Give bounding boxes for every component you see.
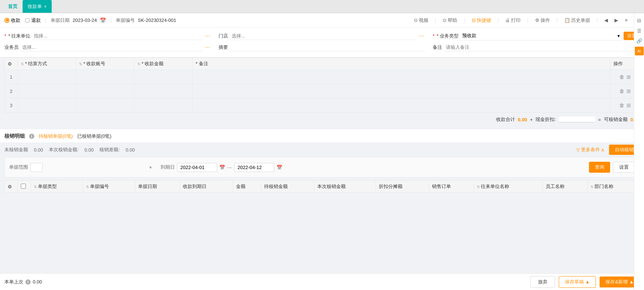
- done-tab[interactable]: 已核销单据(0笔): [77, 133, 111, 140]
- date-to-input[interactable]: [234, 163, 274, 172]
- summary-input[interactable]: [229, 43, 425, 51]
- query-btn[interactable]: 查询: [589, 162, 610, 173]
- main-table: ⚙ ⇅ * 结算方式 ⇅ * 收款账号 ⇅ * 收款金额 * 备注: [4, 58, 640, 113]
- payment-method-input-2[interactable]: [18, 84, 76, 98]
- payment-method-input-1[interactable]: [18, 70, 76, 84]
- verify-info-icon[interactable]: ℹ: [29, 134, 34, 139]
- remark-input-3[interactable]: [193, 98, 610, 112]
- tab-receipt[interactable]: 收款单 ×: [23, 0, 52, 13]
- amount-cell-3[interactable]: [134, 98, 193, 113]
- sidebar-table-icon[interactable]: ⊟: [635, 16, 644, 25]
- date-from-input[interactable]: [177, 163, 217, 172]
- equals-sign: =: [598, 117, 601, 122]
- amount-cell-1[interactable]: [134, 70, 193, 84]
- payment-method-input-3[interactable]: [18, 98, 76, 112]
- search-settings-btn[interactable]: 设置: [613, 162, 635, 173]
- pending-tab[interactable]: 待核销单据(0笔): [39, 133, 73, 140]
- account-input-1[interactable]: [76, 70, 134, 84]
- video-btn[interactable]: ⊙ 视频: [412, 16, 430, 24]
- receipt-radio[interactable]: 收款: [4, 17, 20, 24]
- range-select-wrapper: [30, 163, 155, 172]
- payment-method-cell-1[interactable]: [18, 70, 76, 84]
- account-input-3[interactable]: [76, 98, 134, 112]
- remark-input-1[interactable]: [193, 70, 610, 84]
- amount-input-3[interactable]: [134, 98, 192, 112]
- account-cell-3[interactable]: [76, 98, 134, 113]
- operation-btn[interactable]: ⚙ 操作: [534, 16, 551, 24]
- bottom-col-doc-date: 单据日期: [135, 181, 180, 193]
- business-type-select[interactable]: 预收款 ▾: [460, 31, 622, 40]
- remark-cell-3[interactable]: [193, 98, 610, 113]
- setting-icon[interactable]: ⚙: [8, 61, 12, 67]
- help-btn[interactable]: ⊙ 帮助: [441, 16, 459, 24]
- sidebar-ai-icon[interactable]: Ai: [635, 47, 644, 55]
- keyboard-icon: ⊟: [472, 17, 476, 23]
- chevron-up-icon: ∧: [601, 147, 605, 153]
- basis-info-icon[interactable]: ℹ: [25, 279, 31, 285]
- copy-icon-3[interactable]: ⊞: [627, 102, 631, 108]
- discount-input[interactable]: [559, 117, 595, 122]
- history-btn[interactable]: 📋 历史单据: [563, 16, 592, 24]
- account-cell-1[interactable]: [76, 70, 134, 84]
- counterpart-input[interactable]: [32, 32, 202, 40]
- amount-cell-2[interactable]: [134, 84, 193, 98]
- bottom-col-counterpart: ⇅ 往来单位名称: [474, 181, 542, 193]
- calendar-from-icon[interactable]: 📅: [219, 165, 225, 170]
- payment-method-cell-3[interactable]: [18, 98, 76, 113]
- close-icon[interactable]: ×: [44, 4, 47, 9]
- abandon-btn[interactable]: 放弃: [530, 276, 555, 288]
- bottom-col-doc-no: ⇅ 单据编号: [83, 181, 135, 193]
- copy-icon-2[interactable]: ⊞: [627, 88, 631, 94]
- bottom-col-doc-type: ⇅ 单据类型: [31, 181, 83, 193]
- bottom-col-setting[interactable]: ⚙: [5, 181, 18, 193]
- counterpart-more-btn[interactable]: ···: [204, 33, 211, 39]
- remark-field: 备注: [433, 43, 640, 51]
- remark-input[interactable]: [444, 43, 640, 51]
- remark-cell-2[interactable]: [193, 84, 610, 98]
- shortcut-btn[interactable]: ⊟ 快捷键: [470, 16, 492, 24]
- row-num-2: 2: [5, 84, 18, 98]
- refund-radio[interactable]: 退款: [25, 17, 41, 24]
- copy-icon-1[interactable]: ⊞: [627, 74, 631, 80]
- delete-icon-3[interactable]: 🗑: [619, 102, 624, 108]
- print-icon: 🖨: [505, 17, 510, 23]
- prev-btn[interactable]: ◀: [603, 17, 609, 24]
- payment-method-cell-2[interactable]: [18, 84, 76, 98]
- draft-btn[interactable]: 保存草稿 ▲: [559, 276, 596, 288]
- tab-home[interactable]: 首页: [3, 0, 23, 13]
- range-separator: —: [227, 165, 232, 170]
- remark-cell-1[interactable]: [193, 70, 610, 84]
- account-input-2[interactable]: [76, 84, 134, 98]
- more-conditions-btn[interactable]: ▽ 更多条件 ∧: [575, 146, 606, 154]
- business-type-field: * * 业务类型 预收款 ▾ 设置: [433, 31, 640, 40]
- counterpart-label: * * 往来单位: [4, 33, 30, 39]
- tab-bar: 首页 收款单 ×: [0, 0, 644, 13]
- staff-more-btn[interactable]: ···: [204, 44, 211, 51]
- list-view-btn[interactable]: ≡: [623, 17, 629, 24]
- select-all-checkbox[interactable]: [21, 184, 26, 189]
- diff-value: 0.00: [126, 147, 135, 153]
- amount-input-2[interactable]: [134, 84, 192, 98]
- col-setting-header[interactable]: ⚙: [5, 58, 18, 70]
- account-cell-2[interactable]: [76, 84, 134, 98]
- remark-input-2[interactable]: [193, 84, 610, 98]
- staff-input[interactable]: [20, 43, 202, 51]
- col-payment-method-header: ⇅ * 结算方式: [18, 58, 76, 70]
- bottom-col-discount: 折扣分摊额: [376, 181, 429, 193]
- range-select[interactable]: [30, 163, 43, 172]
- footer-left: 本单上次 ℹ 0.00: [4, 279, 42, 285]
- delete-icon-1[interactable]: 🗑: [619, 74, 624, 80]
- summary-field: 摘要: [211, 43, 433, 51]
- store-more-btn[interactable]: ···: [418, 33, 425, 39]
- calendar-icon[interactable]: 📅: [100, 17, 106, 23]
- sidebar-link-icon[interactable]: 🔗: [635, 36, 644, 45]
- sidebar-list-icon[interactable]: ☰: [635, 26, 644, 35]
- range-field: 单据范围: [9, 163, 155, 172]
- row-num-3: 3: [5, 98, 18, 113]
- print-btn[interactable]: 🖨 打印: [504, 16, 522, 24]
- calendar-to-icon[interactable]: 📅: [276, 165, 282, 170]
- store-input[interactable]: [229, 32, 416, 40]
- delete-icon-2[interactable]: 🗑: [619, 88, 624, 94]
- next-btn[interactable]: ▶: [613, 17, 620, 24]
- amount-input-1[interactable]: [134, 70, 192, 84]
